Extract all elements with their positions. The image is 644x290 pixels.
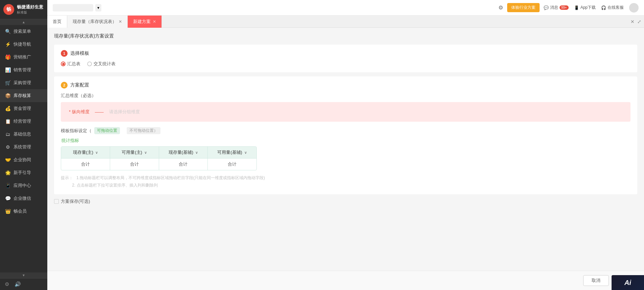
sidebar-item-wechat[interactable]: 💬 企业微信 xyxy=(0,192,47,205)
gear-button[interactable]: ⚙ xyxy=(498,4,503,11)
stats-table: 现存量(主) ∨ 可用量(主) ∨ 现存量(基辅) ∨ 可用量(基辅) ∨ xyxy=(61,146,257,170)
message-label: 消息 xyxy=(550,5,558,10)
stats-header-cell-4[interactable]: 可用量(基辅) ∨ xyxy=(208,147,256,158)
stats-data-cell-1-3: 合计 xyxy=(159,159,208,170)
tabs-actions: ✕ ⤢ xyxy=(630,19,644,24)
logo-text: 畅捷通好生意 标准版 xyxy=(17,4,43,15)
sidebar-item-label: 系统管理 xyxy=(14,144,31,150)
stats-header-cell-1[interactable]: 现存量(主) ∨ xyxy=(61,147,110,158)
save-checkbox[interactable] xyxy=(54,199,59,204)
close-all-tabs-icon[interactable]: ✕ xyxy=(630,19,635,24)
tab-home[interactable]: 首页 xyxy=(47,16,67,28)
headset-icon: 🎧 xyxy=(601,5,606,10)
sidebar-item-system[interactable]: ⚙ 系统管理 xyxy=(0,141,47,153)
audio-icon[interactable]: 🔊 xyxy=(15,281,21,287)
settings-icon[interactable]: ⚙ xyxy=(5,281,9,287)
vertical-dim-label: * 纵向维度 xyxy=(69,109,90,115)
stats-header-cell-3[interactable]: 现存量(基辅) ∨ xyxy=(159,147,208,158)
indicator-setting: 模板指标设定（ 可拖动位置 不可拖动位置） xyxy=(61,127,630,134)
stats-header-dropdown-1[interactable]: ∨ xyxy=(95,150,98,155)
message-badge: 99+ xyxy=(560,5,569,10)
operation-icon: 📋 xyxy=(5,118,11,124)
tab-inventory-status[interactable]: 现存量（库存状况表） ✕ xyxy=(67,16,128,28)
message-btn[interactable]: 💬 消息 99+ xyxy=(544,5,569,10)
basic-info-icon: 🗂 xyxy=(5,131,11,137)
dim-dash: —— xyxy=(95,110,104,115)
required-row: * 纵向维度 —— 请选择分组维度 xyxy=(69,109,622,115)
step2-num: 2 xyxy=(61,82,68,89)
sidebar-nav: 🔍 搜索菜单 ⚡ 快捷导航 🎁 营销推广 📊 销售管理 🛒 采购管理 📦 库存核… xyxy=(0,25,47,272)
stats-header-dropdown-3[interactable]: ∨ xyxy=(195,150,198,155)
inventory-tab-close-icon[interactable]: ✕ xyxy=(119,19,122,24)
expand-tabs-icon[interactable]: ⤢ xyxy=(637,19,641,24)
stats-header-dropdown-2[interactable]: ∨ xyxy=(144,150,147,155)
inventory-tab-label: 现存量（库存状况表） xyxy=(73,19,117,25)
new-guide-icon: 🌟 xyxy=(5,170,11,176)
wechat-icon: 💬 xyxy=(5,195,11,201)
inventory-icon: 📦 xyxy=(5,93,11,99)
logo-sub: 标准版 xyxy=(17,10,43,15)
member-icon: 👑 xyxy=(5,208,11,214)
stats-data-cell-1-2: 合计 xyxy=(110,159,159,170)
sidebar-item-search-menu[interactable]: 🔍 搜索菜单 xyxy=(0,25,47,38)
sidebar-scroll-up[interactable]: ▲ xyxy=(0,19,47,25)
tabs-bar: 首页 现存量（库存状况表） ✕ 新建方案 ✕ ✕ ⤢ xyxy=(47,16,644,28)
stats-header-label-1: 现存量(主) xyxy=(73,149,94,155)
step1-label: 1 选择模板 xyxy=(61,50,630,57)
step2-label: 2 方案配置 xyxy=(61,82,630,89)
sidebar-item-new-guide[interactable]: 🌟 新手引导 xyxy=(0,166,47,179)
dim-select-hint[interactable]: 请选择分组维度 xyxy=(109,109,140,115)
user-avatar[interactable] xyxy=(629,3,639,13)
sidebar-scroll-down[interactable]: ▼ xyxy=(0,272,47,278)
home-tab-label: 首页 xyxy=(53,19,61,25)
enterprise-icon: 🤝 xyxy=(5,157,11,163)
ai-fab-button[interactable]: Ai xyxy=(612,275,644,290)
sidebar-item-label: 企业协同 xyxy=(14,157,31,163)
sidebar-item-purchase[interactable]: 🛒 采购管理 xyxy=(0,76,47,89)
sidebar-item-label: 采购管理 xyxy=(14,80,31,86)
step2-title: 方案配置 xyxy=(70,82,89,88)
sidebar-item-marketing[interactable]: 🎁 营销推广 xyxy=(0,51,47,64)
draggable-badge: 可拖动位置 xyxy=(94,127,120,134)
radio-summary[interactable]: 汇总表 xyxy=(61,61,80,67)
radio-summary-circle xyxy=(61,62,66,66)
sidebar-item-enterprise[interactable]: 🤝 企业协同 xyxy=(0,153,47,166)
sidebar-item-quick-nav[interactable]: ⚡ 快捷导航 xyxy=(0,38,47,51)
industry-solution-button[interactable]: 体验行业方案 xyxy=(507,3,540,12)
sidebar-item-operation[interactable]: 📋 经营管理 xyxy=(0,115,47,128)
app-download-btn[interactable]: 📱 App下载 xyxy=(574,5,596,10)
tab-new-plan[interactable]: 新建方案 ✕ xyxy=(128,16,162,28)
radio-cross[interactable]: 交叉统计表 xyxy=(87,61,116,67)
stats-data-row-1: 合计 合计 合计 合计 xyxy=(61,158,256,170)
search-dropdown-btn[interactable]: ▾ xyxy=(95,4,101,11)
online-service-btn[interactable]: 🎧 在线客服 xyxy=(601,5,624,10)
cancel-button[interactable]: 取消 xyxy=(583,275,609,286)
stats-header-label-3: 现存量(基辅) xyxy=(169,149,194,155)
sidebar-item-member[interactable]: 👑 畅会员 xyxy=(0,205,47,218)
sidebar-item-label: 基础信息 xyxy=(14,131,31,137)
sidebar-item-label: 库存核算 xyxy=(14,93,31,99)
sidebar-item-sales[interactable]: 📊 销售管理 xyxy=(0,64,47,76)
sidebar-item-label: 快捷导航 xyxy=(14,41,31,47)
system-icon: ⚙ xyxy=(5,144,11,150)
logo-char: 畅 xyxy=(6,6,11,13)
stats-header-row: 现存量(主) ∨ 可用量(主) ∨ 现存量(基辅) ∨ 可用量(基辅) ∨ xyxy=(61,147,256,158)
sidebar-item-app-center[interactable]: 📱 应用中心 xyxy=(0,179,47,192)
sidebar-item-label: 营销推广 xyxy=(14,54,31,60)
page-title: 现存量(库存状况表)方案设置 xyxy=(54,33,637,39)
stats-header-dropdown-4[interactable]: ∨ xyxy=(244,150,247,155)
sidebar-item-finance[interactable]: 💰 资金管理 xyxy=(0,102,47,115)
stats-header-cell-2[interactable]: 可用量(主) ∨ xyxy=(110,147,159,158)
non-draggable-badge: 不可拖动位置） xyxy=(127,127,160,134)
sidebar-item-basic-info[interactable]: 🗂 基础信息 xyxy=(0,128,47,141)
main-area: ▾ ⚙ 体验行业方案 💬 消息 99+ 📱 App下载 🎧 在线客服 首页 xyxy=(47,0,644,290)
sidebar: 畅 畅捷通好生意 标准版 ▲ 🔍 搜索菜单 ⚡ 快捷导航 🎁 营销推广 📊 销售… xyxy=(0,0,47,290)
sidebar-item-label: 畅会员 xyxy=(14,208,27,214)
new-plan-tab-close-icon[interactable]: ✕ xyxy=(153,19,156,24)
sidebar-item-label: 搜索菜单 xyxy=(14,28,31,34)
radio-summary-dot xyxy=(62,63,65,65)
sidebar-item-inventory[interactable]: 📦 库存核算 xyxy=(0,89,47,102)
quick-nav-icon: ⚡ xyxy=(5,41,11,47)
logo-title: 畅捷通好生意 xyxy=(17,4,43,10)
search-input[interactable] xyxy=(53,4,93,11)
